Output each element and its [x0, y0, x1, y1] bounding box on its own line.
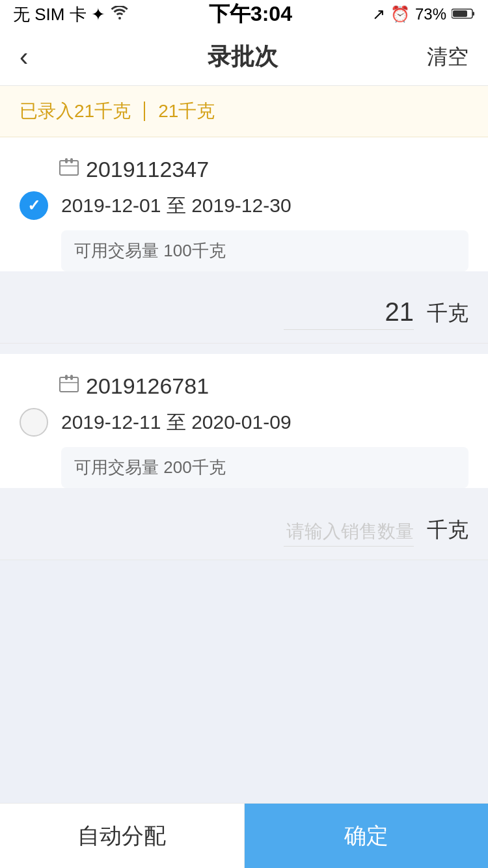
status-left: 无 SIM 卡 ✦ — [13, 3, 129, 26]
svg-rect-2 — [453, 10, 467, 17]
svg-rect-4 — [65, 158, 68, 163]
svg-rect-9 — [70, 375, 73, 380]
batch-1-header: 2019112347 — [59, 157, 468, 182]
recorded-amount: 已录入21千克 — [20, 99, 131, 124]
batch-item-1: 2019112347 2019-12-01 至 2019-12-30 可用交易量… — [0, 137, 488, 271]
back-button[interactable]: ‹ — [20, 42, 59, 72]
batch-2-input-wrapper[interactable] — [284, 514, 414, 547]
svg-rect-3 — [60, 161, 78, 175]
batch-1-id: 2019112347 — [86, 157, 209, 182]
batch-item-2: 2019126781 2019-12-11 至 2020-01-09 可用交易量… — [0, 354, 488, 488]
batch-1-unit: 千克 — [427, 299, 468, 328]
bottom-bar: 自动分配 确定 — [0, 803, 488, 868]
batch-1-quantity-input[interactable] — [284, 297, 414, 327]
batch-2-header: 2019126781 — [59, 373, 468, 399]
confirm-label: 确定 — [344, 821, 388, 851]
batch-2-date: 2019-12-11 至 2020-01-09 — [61, 409, 291, 436]
batch-2-available: 可用交易量 200千克 — [61, 447, 468, 488]
batch-2-unit: 千克 — [427, 516, 468, 545]
wifi-icon — [111, 5, 129, 25]
page-title: 录批次 — [208, 41, 278, 73]
batch-2-id: 2019126781 — [86, 373, 209, 399]
clear-button[interactable]: 清空 — [427, 43, 468, 72]
batch-2-select-row[interactable]: 2019-12-11 至 2020-01-09 — [20, 408, 468, 437]
status-time: 下午3:04 — [209, 0, 292, 29]
batch-1-input-wrapper[interactable] — [284, 297, 414, 330]
confirm-button[interactable]: 确定 — [245, 804, 489, 868]
battery-text: 73% — [415, 5, 446, 23]
batch-1-input-line — [284, 329, 414, 330]
auto-distribute-label: 自动分配 — [77, 821, 166, 851]
status-bar: 无 SIM 卡 ✦ 下午3:04 ↗ ⏰ 73% — [0, 0, 488, 29]
batch-1-radio[interactable] — [20, 191, 48, 220]
auto-distribute-button[interactable]: 自动分配 — [0, 804, 245, 868]
nav-bar: ‹ 录批次 清空 — [0, 29, 488, 86]
total-amount: 21千克 — [158, 99, 215, 124]
info-banner: 已录入21千克 21千克 — [0, 86, 488, 137]
svg-rect-5 — [70, 158, 73, 163]
status-right: ↗ ⏰ 73% — [372, 5, 475, 23]
batch-1-date: 2019-12-01 至 2019-12-30 — [61, 193, 291, 219]
batch-1-icon — [59, 158, 79, 181]
section-separator — [0, 344, 488, 354]
svg-rect-7 — [60, 377, 78, 392]
batch-2-input-row: 千克 — [0, 501, 488, 560]
batch-2-radio[interactable] — [20, 408, 48, 437]
svg-rect-8 — [65, 375, 68, 380]
sim-text: 无 SIM 卡 ✦ — [13, 3, 105, 26]
batch-1-select-row[interactable]: 2019-12-01 至 2019-12-30 — [20, 191, 468, 220]
batch-2-icon — [59, 375, 79, 398]
alarm-icon: ⏰ — [390, 5, 410, 23]
location-icon: ↗ — [372, 5, 385, 23]
batch-1-input-row: 千克 — [0, 284, 488, 344]
battery-icon — [452, 5, 475, 23]
svg-rect-1 — [472, 12, 474, 16]
info-divider — [144, 102, 145, 121]
batch-2-quantity-input[interactable] — [284, 514, 414, 543]
batch-1-available: 可用交易量 100千克 — [61, 230, 468, 271]
batch-2-input-line — [284, 546, 414, 547]
